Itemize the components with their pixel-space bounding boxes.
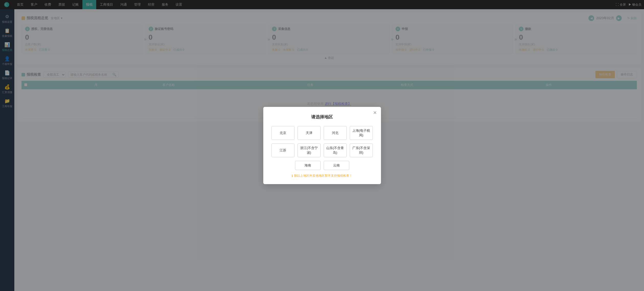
region-row-3: 海南 云南 xyxy=(271,161,373,170)
region-hainan[interactable]: 海南 xyxy=(295,161,321,170)
modal-title: 请选择地区 xyxy=(271,114,373,120)
region-tianjin[interactable]: 天津 xyxy=(298,126,321,140)
modal-close-btn[interactable]: ✕ xyxy=(373,110,377,116)
region-zhejiang[interactable]: 浙江(不含宁波) xyxy=(298,143,321,157)
region-row-2: 江苏 浙江(不含宁波) 山东(不含青岛) 广东(不含深圳) xyxy=(271,143,373,157)
warning-icon: ℹ xyxy=(292,174,293,178)
region-guangdong[interactable]: 广东(不含深圳) xyxy=(350,143,373,157)
region-jiangsu[interactable]: 江苏 xyxy=(271,143,294,157)
region-shandong[interactable]: 山东(不含青岛) xyxy=(324,143,347,157)
region-select-modal: ✕ 请选择地区 北京 天津 河北 上海(电子税局) 江苏 浙江(不含宁波) 山东… xyxy=(263,107,381,184)
modal-warning: ℹ 除以上地区外其他地区暂不支持报税检查！ xyxy=(271,174,373,178)
region-yunnan[interactable]: 云南 xyxy=(324,161,349,170)
region-beijing[interactable]: 北京 xyxy=(271,126,294,140)
region-shanghai[interactable]: 上海(电子税局) xyxy=(350,126,373,140)
region-hebei[interactable]: 河北 xyxy=(324,126,347,140)
region-row-1: 北京 天津 河北 上海(电子税局) xyxy=(271,126,373,140)
modal-overlay: ✕ 请选择地区 北京 天津 河北 上海(电子税局) 江苏 浙江(不含宁波) 山东… xyxy=(0,0,644,291)
